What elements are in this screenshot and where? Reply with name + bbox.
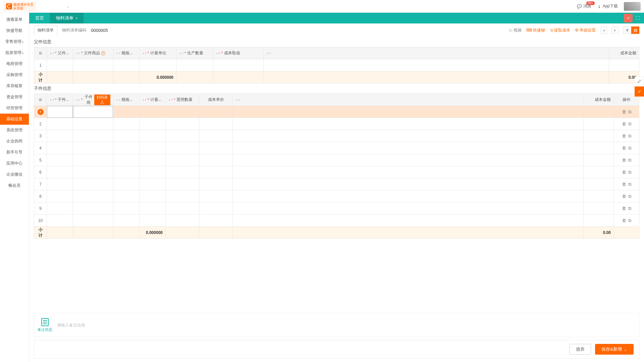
- table-row[interactable]: 10🗑⧉: [34, 215, 639, 227]
- sidebar-item-10[interactable]: 系统管理: [0, 125, 29, 136]
- shortcut-button[interactable]: ⌨快捷键: [526, 27, 545, 33]
- chevron-down-icon: ⌄: [624, 347, 627, 352]
- download-icon: ⭳: [597, 4, 601, 9]
- delete-icon[interactable]: 🗑: [622, 109, 626, 114]
- tab-bom[interactable]: 物料清单 ×: [50, 13, 84, 23]
- sidebar-item-7[interactable]: 资金管理: [0, 92, 29, 103]
- chevron-right-icon: ▸: [22, 51, 24, 55]
- sidebar-item-3[interactable]: 批发管理▸: [0, 47, 29, 58]
- copy-icon[interactable]: ⧉: [628, 133, 631, 138]
- remark-bar: 备注信息: [34, 313, 639, 337]
- table-row[interactable]: 2🗑⧉: [34, 118, 639, 130]
- prev-doc-button[interactable]: ◂: [600, 27, 607, 34]
- fullscreen-button[interactable]: ⛶: [633, 14, 642, 22]
- sidebar-item-11[interactable]: 企业协同: [0, 136, 29, 147]
- parent-section-title: 父件信息: [34, 37, 639, 47]
- sidebar-item-15[interactable]: 畅会员: [0, 180, 29, 191]
- copy-icon[interactable]: ⧉: [628, 121, 631, 126]
- app-download-button[interactable]: ⭳ App下载: [597, 3, 618, 9]
- sidebar-item-13[interactable]: 应用中心: [0, 158, 29, 169]
- expand-button[interactable]: ⤢: [635, 86, 644, 97]
- footer-bar: 放弃 保存&新增⌄: [34, 340, 639, 359]
- table-row[interactable]: 8🗑⧉: [34, 190, 639, 202]
- copy-icon[interactable]: ⧉: [628, 109, 631, 114]
- table-row[interactable]: 6🗑⧉: [34, 166, 639, 178]
- sidebar-item-4[interactable]: 电商管理: [0, 58, 29, 69]
- copy-icon[interactable]: ⧉: [628, 170, 631, 175]
- delete-icon[interactable]: 🗑: [622, 121, 626, 126]
- main-area: 首页 物料清单 × × ⛶ 物料清单 物料清单编码 0000005 ▷视频 ⌨快…: [29, 13, 644, 362]
- close-icon[interactable]: ×: [75, 16, 77, 20]
- table-row[interactable]: 3🗑⧉: [34, 130, 639, 142]
- doc-code-value: 0000005: [91, 28, 108, 33]
- child-section-title: 子件信息: [34, 83, 639, 94]
- sidebar-item-1[interactable]: 快捷导航: [0, 25, 29, 36]
- delete-icon[interactable]: 🗑: [622, 133, 626, 138]
- sidebar-item-8[interactable]: 经营管理: [0, 103, 29, 114]
- messages-button[interactable]: 💬 消息 99+: [577, 3, 591, 9]
- copy-icon[interactable]: ⧉: [628, 218, 631, 223]
- delete-icon[interactable]: 🗑: [622, 182, 626, 187]
- doc-tab-bom[interactable]: 物料清单: [34, 25, 57, 35]
- save-and-new-button[interactable]: 保存&新增⌄: [595, 344, 634, 355]
- delete-icon[interactable]: 🗑: [622, 206, 626, 211]
- child-table: ⚙ ▲▼*子件... ▲▼*子件商扫码录入 ▲▼规格... ▲▼*计量... ▲…: [34, 94, 639, 239]
- sidebar-item-14[interactable]: 企业微信: [0, 169, 29, 180]
- attach-button[interactable]: 🖉: [635, 76, 644, 86]
- gear-icon[interactable]: ⚙: [39, 51, 42, 56]
- extract-cost-button[interactable]: ⇲提取成本: [550, 27, 570, 33]
- help-icon[interactable]: ?: [101, 51, 105, 55]
- view-form-button[interactable]: ▤: [631, 26, 639, 34]
- copy-icon[interactable]: ⧉: [628, 182, 631, 187]
- delete-icon[interactable]: 🗑: [622, 218, 626, 223]
- gear-icon[interactable]: ⚙: [39, 98, 42, 102]
- copy-icon[interactable]: ⧉: [628, 145, 631, 150]
- sidebar-item-9[interactable]: 基础信息: [0, 114, 29, 125]
- add-row-button[interactable]: +: [38, 109, 44, 115]
- scan-input-tag[interactable]: 扫码录入: [94, 95, 110, 105]
- table-row[interactable]: 5🗑⧉: [34, 154, 639, 166]
- delete-icon[interactable]: 🗑: [622, 158, 626, 163]
- table-row[interactable]: 4🗑⧉: [34, 142, 639, 154]
- table-row[interactable]: 7🗑⧉: [34, 178, 639, 190]
- sidebar-item-5[interactable]: 采购管理: [0, 69, 29, 80]
- sidebar-item-12[interactable]: 新手引导: [0, 147, 29, 158]
- parent-table: ⚙ ▲▼*父件... ▲▼*父件商品? ▲▼规格... ▲▼*计量单位 ▲▼*生…: [34, 47, 639, 83]
- close-all-button[interactable]: ×: [624, 14, 633, 22]
- cancel-button[interactable]: 放弃: [570, 344, 591, 355]
- note-icon: [41, 318, 49, 326]
- messages-badge: 99+: [586, 1, 595, 5]
- delete-icon[interactable]: 🗑: [622, 170, 626, 175]
- child-name-input[interactable]: [73, 106, 113, 118]
- delete-icon[interactable]: 🗑: [622, 145, 626, 150]
- table-row[interactable]: +🗑⧉: [34, 106, 639, 118]
- sidebar-item-0[interactable]: 搜索菜单: [0, 14, 29, 25]
- chevron-down-icon: ⌄: [66, 4, 70, 9]
- remark-icon: 备注信息: [38, 318, 52, 332]
- chevron-right-icon: ▸: [22, 40, 24, 44]
- doc-setting-button[interactable]: ⚙单据设置: [575, 27, 596, 33]
- keyboard-icon: ⌨: [526, 28, 532, 33]
- avatar[interactable]: [624, 2, 641, 11]
- gear-icon: ⚙: [575, 28, 579, 33]
- copy-icon[interactable]: ⧉: [628, 194, 631, 199]
- next-doc-button[interactable]: ▸: [612, 27, 619, 34]
- sidebar-item-2[interactable]: 零售管理▸: [0, 36, 29, 47]
- copy-icon[interactable]: ⧉: [628, 206, 631, 211]
- brand-line1: 畅捷通好生意: [13, 3, 34, 6]
- float-tools: 🖉 ⤢: [635, 76, 644, 97]
- table-row[interactable]: 9🗑⧉: [34, 202, 639, 215]
- view-list-button[interactable]: ≡: [623, 26, 631, 34]
- sidebar: 搜索菜单快捷导航零售管理▸批发管理▸电商管理采购管理库存核算资金管理经营管理基础…: [0, 13, 29, 362]
- brand-icon: [6, 3, 12, 9]
- org-selector[interactable]: ⌄: [46, 4, 70, 9]
- child-code-input[interactable]: [47, 106, 73, 118]
- sidebar-item-6[interactable]: 库存核算: [0, 80, 29, 92]
- video-button[interactable]: ▷视频: [509, 27, 522, 33]
- table-row[interactable]: 1: [34, 59, 639, 71]
- tab-home[interactable]: 首页: [29, 13, 50, 23]
- copy-icon[interactable]: ⧉: [628, 158, 631, 163]
- delete-icon[interactable]: 🗑: [622, 194, 626, 199]
- remark-input[interactable]: [57, 323, 636, 327]
- content-scroll[interactable]: 父件信息 ⚙ ▲▼*父件... ▲▼*父件商品? ▲▼规格... ▲▼*计量单位…: [29, 37, 644, 312]
